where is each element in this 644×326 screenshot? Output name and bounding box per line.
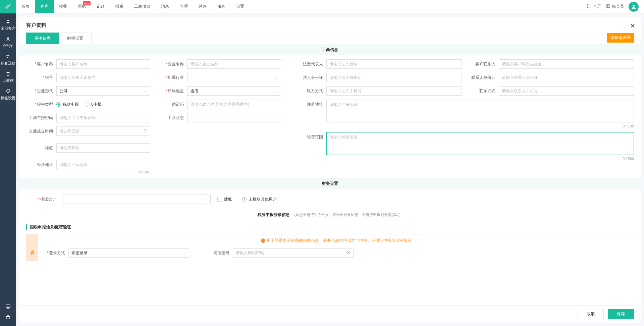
nav-item-3[interactable]: 票据new xyxy=(72,0,91,13)
nav-item-7[interactable]: 消息 xyxy=(156,0,174,13)
nav-item-10[interactable]: 服务 xyxy=(212,0,231,13)
nav-item-4[interactable]: 记账 xyxy=(91,0,110,13)
member-label: 畅会员 xyxy=(612,4,624,9)
play-icon xyxy=(606,4,610,9)
top-navbar: 首页客户收费票据new记账报税工商项目消息管理经营服务设置 全屏 畅会员 xyxy=(0,0,644,13)
app-logo[interactable] xyxy=(0,0,16,13)
nav-item-8[interactable]: 管理 xyxy=(174,0,193,13)
new-badge: new xyxy=(83,1,91,5)
fullscreen-button[interactable]: 全屏 xyxy=(587,4,601,9)
fullscreen-label: 全屏 xyxy=(593,4,601,9)
member-button[interactable]: 畅会员 xyxy=(606,4,624,9)
nav-item-11[interactable]: 设置 xyxy=(231,0,250,13)
avatar[interactable] xyxy=(629,2,639,12)
nav-item-2[interactable]: 收费 xyxy=(54,0,72,13)
nav-item-5[interactable]: 报税 xyxy=(110,0,129,13)
svg-point-1 xyxy=(633,5,635,7)
nav-item-0[interactable]: 首页 xyxy=(16,0,35,13)
nav-item-9[interactable]: 经营 xyxy=(193,0,212,13)
nav-item-6[interactable]: 工商项目 xyxy=(129,0,156,13)
fullscreen-icon xyxy=(587,4,592,9)
nav-item-1[interactable]: 客户 xyxy=(35,0,54,13)
